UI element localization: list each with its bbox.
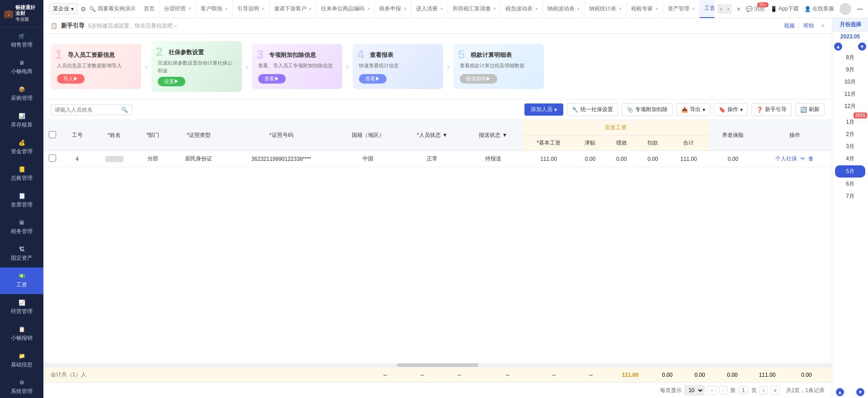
app-download-button[interactable]: 📱 App下载 (770, 5, 799, 13)
month-4[interactable]: 4月 (832, 153, 868, 165)
month-7[interactable]: 7月 (832, 190, 868, 202)
close-icon[interactable]: × (535, 6, 538, 11)
month-9[interactable]: 9月 (832, 64, 868, 76)
sidebar-item-inventory[interactable]: 📊 库存核算 (0, 108, 43, 134)
tab-product-code[interactable]: 往来单位商品编码 × (316, 0, 375, 18)
tab-guide-desc[interactable]: 引导说明 × (233, 0, 269, 18)
scrollbar-thumb[interactable] (397, 363, 478, 367)
tab-salary[interactable]: 工资表 × (700, 0, 714, 18)
tab-clearance[interactable]: 进入清册 × (411, 0, 448, 18)
special-deduction-button[interactable]: 📎 专项附加扣除 (622, 103, 673, 116)
more-icon[interactable]: ▪▪▪ (857, 6, 863, 12)
tab-tax-fluctuation[interactable]: 纳税波动表 × (543, 0, 585, 18)
op-delete-icon[interactable]: 🗑 (808, 155, 814, 162)
sidebar-item-purchase[interactable]: 📦 采购管理 (0, 81, 43, 108)
tab-tax-report[interactable]: 税务申报 × (375, 0, 411, 18)
step-3-btn[interactable]: 查看▶ (258, 74, 286, 84)
tab-tax-stats[interactable]: 纳税统计表 × (585, 0, 627, 18)
close-icon[interactable]: × (440, 6, 443, 11)
prev-page-button[interactable]: ‹ (719, 386, 727, 395)
unified-settings-button[interactable]: 🔧 统一社保设置 (567, 103, 618, 116)
online-service-button[interactable]: 👤 在线客服 (804, 5, 834, 13)
month-5-active[interactable]: 5月 (835, 165, 865, 178)
search-icon[interactable]: 🔍 (121, 107, 128, 113)
tab-close-all[interactable]: × (737, 5, 741, 13)
first-page-button[interactable]: « (707, 386, 717, 395)
sidebar-item-expense[interactable]: 📋 小畅报销 (0, 321, 43, 347)
tab-customer[interactable]: 客户联络 × (196, 0, 233, 18)
month-6[interactable]: 6月 (832, 178, 868, 190)
settings-button[interactable]: ⚙ (80, 5, 86, 13)
close-icon[interactable]: × (619, 6, 622, 11)
sidebar-item-operations[interactable]: 📈 经营管理 (0, 294, 43, 321)
step-2-btn[interactable]: 设置▶ (158, 77, 185, 86)
sidebar-item-ecommerce[interactable]: 🖥 小畅电商 (0, 54, 43, 81)
tab-tax-burden[interactable]: 税负波动表 × (501, 0, 543, 18)
month-panel-up-btn[interactable]: ▲ (834, 42, 842, 51)
sidebar-item-tax[interactable]: 🏛 税务管理 (0, 214, 43, 241)
guide-help-link[interactable]: 帮助 (803, 22, 814, 30)
month-12[interactable]: 12月 (832, 100, 868, 112)
new-guide-button[interactable]: ❓ 新手引导 (751, 103, 792, 116)
guide-video-link[interactable]: 视频 (784, 22, 795, 30)
tab-prev-arrow[interactable]: ‹ (718, 5, 724, 14)
row-checkbox[interactable] (49, 155, 56, 162)
month-10[interactable]: 10月 (832, 76, 868, 88)
guide-close-icon[interactable]: × (821, 23, 825, 29)
tab-home[interactable]: 首页 (139, 0, 160, 18)
sidebar-item-finance[interactable]: 💰 资金管理 (0, 134, 43, 161)
step-5-btn[interactable]: 敬请期待▶ (460, 74, 497, 84)
search-input[interactable] (55, 107, 119, 113)
report-filter-icon[interactable]: ▼ (502, 132, 508, 138)
close-icon[interactable]: × (367, 6, 370, 11)
close-icon[interactable]: × (225, 6, 228, 11)
sidebar-item-invoice[interactable]: 🧾 发票管理 (0, 187, 43, 214)
sidebar-item-sales[interactable]: 🛒 销售管理 (0, 28, 43, 54)
demo-button[interactable]: 🔍 我要看实例演示 (89, 5, 136, 13)
month-panel-footer-down-btn[interactable]: ▼ (856, 388, 864, 396)
month-2[interactable]: 2月 (832, 128, 868, 140)
horizontal-scrollbar[interactable] (43, 363, 832, 367)
month-8[interactable]: 8月 (832, 52, 868, 64)
close-icon[interactable]: × (262, 6, 264, 11)
per-page-select[interactable]: 10 20 50 (684, 385, 704, 395)
sidebar-item-ledger[interactable]: 📒 总账管理 (0, 161, 43, 187)
month-3[interactable]: 3月 (832, 140, 868, 153)
next-page-button[interactable]: › (760, 386, 768, 395)
tab-tax-expert[interactable]: 税检专家 × (627, 0, 663, 18)
sidebar-item-salary[interactable]: 💵 工资 (0, 267, 43, 294)
step-1-btn[interactable]: 导入▶ (57, 74, 85, 84)
tab-layered[interactable]: 分层经营 × (160, 0, 196, 18)
add-person-button[interactable]: 添加人员 ▾ (524, 103, 563, 116)
user-selector[interactable]: 某企业 ▾ (49, 3, 78, 14)
tab-asset-mgmt[interactable]: 资产管理 × (663, 0, 700, 18)
close-icon[interactable]: × (404, 6, 406, 11)
last-page-button[interactable]: » (770, 386, 780, 395)
close-icon[interactable]: × (189, 6, 191, 11)
export-button[interactable]: 📤 导出 ▾ (676, 103, 710, 116)
footer-total-sum: 111.00 (751, 372, 783, 378)
month-panel-footer-up-btn[interactable]: ▲ (836, 388, 844, 396)
message-button[interactable]: 💬 消息 99+ (746, 5, 765, 13)
status-filter-icon[interactable]: ▼ (442, 132, 448, 138)
month-panel-down-btn[interactable]: ▼ (858, 42, 866, 51)
close-icon[interactable]: × (577, 6, 580, 11)
tab-income-tax[interactable]: 所得税汇算清缴 × (448, 0, 501, 18)
close-icon[interactable]: × (309, 6, 312, 11)
sidebar-item-system[interactable]: ⚙ 系统管理 (0, 374, 43, 398)
select-all-checkbox[interactable] (49, 131, 56, 138)
close-icon[interactable]: × (493, 6, 496, 11)
tab-invite[interactable]: 邀请下游客户 × (269, 0, 317, 18)
step-4-btn[interactable]: 查看▶ (359, 74, 387, 84)
refresh-button[interactable]: 🔄 刷新 (795, 103, 825, 116)
tab-next-arrow[interactable]: › (725, 5, 731, 14)
month-11[interactable]: 11月 (832, 88, 868, 100)
op-personal-insurance[interactable]: 个人社保 (775, 155, 797, 162)
close-icon[interactable]: × (656, 6, 658, 11)
sidebar-item-basic-info[interactable]: 📁 基础信息 (0, 347, 43, 374)
user-avatar[interactable] (840, 3, 851, 15)
op-edit-icon[interactable]: ✏ (801, 155, 805, 162)
sidebar-item-assets[interactable]: 🏗 固定资产 (0, 241, 43, 267)
operations-button[interactable]: 🔖 操作 ▾ (714, 103, 748, 116)
close-icon[interactable]: × (692, 6, 695, 11)
